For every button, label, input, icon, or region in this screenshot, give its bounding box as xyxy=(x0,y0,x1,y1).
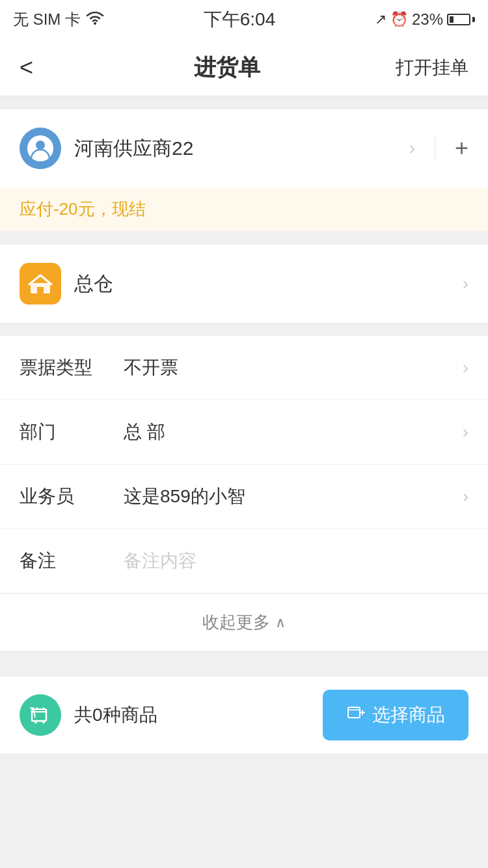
warehouse-row[interactable]: 总仓 › xyxy=(0,244,488,323)
remark-row[interactable]: 备注 备注内容 xyxy=(0,529,488,593)
vertical-divider xyxy=(435,135,435,161)
department-value: 总 部 xyxy=(98,420,463,444)
product-count: 共0种商品 xyxy=(74,703,323,727)
department-chevron-icon: › xyxy=(463,422,468,442)
select-btn-label: 选择商品 xyxy=(372,703,445,727)
select-product-button[interactable]: 选择商品 xyxy=(323,690,468,740)
svg-rect-6 xyxy=(348,707,360,718)
warehouse-icon-wrap xyxy=(20,263,61,305)
invoice-type-chevron-icon: › xyxy=(463,357,468,378)
supplier-name: 河南供应商22 xyxy=(74,135,409,162)
warehouse-section: 总仓 › xyxy=(0,244,488,323)
supplier-avatar-inner xyxy=(27,135,53,161)
form-section: 票据类型 不开票 › 部门 总 部 › 业务员 这是859的小智 › 备注 备注… xyxy=(0,336,488,651)
status-bar: 无 SIM 卡 下午6:04 ↗ ⏰ 23% xyxy=(0,0,488,39)
supplier-section: 河南供应商22 › + 应付-20元，现结 xyxy=(0,109,488,231)
svg-point-0 xyxy=(36,141,45,150)
department-row[interactable]: 部门 总 部 › xyxy=(0,400,488,465)
nav-bar: < 进货单 打开挂单 xyxy=(0,39,488,96)
page-background xyxy=(0,753,488,868)
status-right: ↗ ⏰ 23% xyxy=(375,10,475,29)
section-gap-4 xyxy=(0,651,488,664)
person-icon xyxy=(29,137,52,160)
invoice-type-label: 票据类型 xyxy=(20,355,98,380)
page-title: 进货单 xyxy=(59,53,396,83)
section-gap-2 xyxy=(0,231,488,244)
salesperson-chevron-icon: › xyxy=(463,486,468,507)
salesperson-row[interactable]: 业务员 这是859的小智 › xyxy=(0,465,488,529)
cart-icon xyxy=(28,703,53,727)
status-time: 下午6:04 xyxy=(204,7,276,32)
salesperson-label: 业务员 xyxy=(20,484,98,509)
svg-rect-2 xyxy=(37,287,44,293)
department-label: 部门 xyxy=(20,420,98,444)
supplier-chevron-icon: › xyxy=(409,138,415,159)
section-gap-3 xyxy=(0,323,488,336)
section-gap-1 xyxy=(0,96,488,109)
add-button[interactable]: + xyxy=(455,135,468,162)
sim-label: 无 SIM 卡 xyxy=(13,9,81,30)
back-button[interactable]: < xyxy=(20,54,59,81)
warehouse-icon xyxy=(28,271,53,296)
select-btn-icon xyxy=(346,703,366,727)
battery-percent: 23% xyxy=(412,10,443,29)
bottom-bar: 共0种商品 选择商品 xyxy=(0,677,488,753)
svg-point-4 xyxy=(34,721,37,724)
salesperson-value: 这是859的小智 xyxy=(98,484,463,509)
collapse-bar[interactable]: 收起更多 ∧ xyxy=(0,593,488,651)
remark-input[interactable]: 备注内容 xyxy=(98,549,468,573)
warehouse-label: 总仓 xyxy=(74,271,463,297)
supplier-row[interactable]: 河南供应商22 › + xyxy=(0,109,488,187)
alarm-icon: ⏰ xyxy=(390,11,408,28)
invoice-type-row[interactable]: 票据类型 不开票 › xyxy=(0,336,488,400)
notice-text: 应付-20元，现结 xyxy=(20,199,146,219)
wifi-icon xyxy=(86,10,104,29)
remark-label: 备注 xyxy=(20,549,98,573)
supplier-avatar xyxy=(20,128,61,169)
product-icon-wrap xyxy=(20,694,61,736)
svg-point-5 xyxy=(42,721,45,724)
invoice-type-value: 不开票 xyxy=(98,355,463,380)
open-pending-button[interactable]: 打开挂单 xyxy=(396,55,468,80)
location-icon: ↗ xyxy=(375,11,386,28)
collapse-icon: ∧ xyxy=(275,614,286,631)
status-left: 无 SIM 卡 xyxy=(13,9,104,30)
notice-bar: 应付-20元，现结 xyxy=(0,187,488,231)
warehouse-chevron-icon: › xyxy=(463,273,468,294)
collapse-label: 收起更多 xyxy=(202,611,270,634)
battery-icon xyxy=(447,14,475,25)
